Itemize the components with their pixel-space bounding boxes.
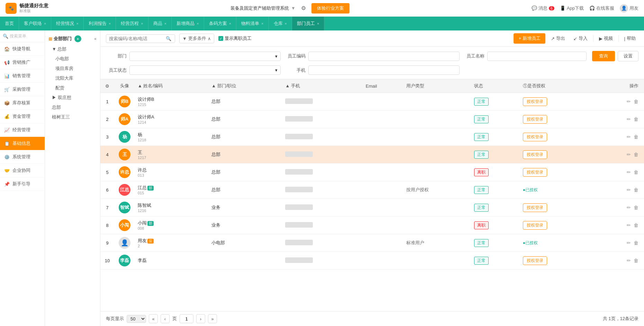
auth-login-btn[interactable]: 授权登录 [523, 168, 547, 177]
close-icon[interactable]: × [141, 21, 143, 26]
export-btn[interactable]: ↗ 导出 [548, 34, 568, 43]
delete-btn[interactable]: 🗑 [632, 116, 640, 123]
tab-new-goods[interactable]: 新增商品 × [172, 17, 204, 30]
dept-col-header[interactable]: ▲ 部门/职位 [209, 79, 282, 93]
close-icon[interactable]: × [197, 21, 199, 26]
delete-btn[interactable]: 🗑 [632, 239, 640, 246]
emp-code-input[interactable] [308, 52, 460, 61]
sidebar-item-basic[interactable]: 📋 基础信息 [0, 137, 45, 150]
tab-history[interactable]: 经营历程 × [116, 17, 148, 30]
delete-btn[interactable]: 🗑 [632, 98, 640, 105]
dept-item-zhishu[interactable]: 植树王三 [45, 112, 100, 122]
dept-item-shenyang[interactable]: 沈阳大库 [45, 73, 100, 83]
phone-input[interactable] [308, 65, 460, 75]
tab-customer[interactable]: 客户联络 × [19, 17, 51, 30]
search-wrapper[interactable]: 🔍 [106, 34, 175, 43]
dept-item-project-room[interactable]: 项目库房 [45, 64, 100, 73]
close-icon[interactable]: × [261, 21, 263, 26]
sidebar-item-sales[interactable]: 📊 销售管理 [0, 69, 45, 83]
auth-login-btn[interactable]: 授权登录 [523, 221, 547, 230]
close-icon[interactable]: × [229, 21, 231, 26]
user-menu[interactable]: 👤 用友 [620, 4, 638, 12]
show-resigned-toggle[interactable]: ✓ 显示离职员工 [218, 35, 252, 42]
add-employee-button[interactable]: + 新增员工 [514, 33, 545, 44]
first-page-btn[interactable]: « [149, 314, 158, 323]
edit-btn[interactable]: ✏ [625, 239, 632, 246]
delete-btn[interactable]: 🗑 [632, 133, 640, 140]
app-download-btn[interactable]: 📱 App下载 [560, 5, 584, 11]
edit-btn[interactable]: ✏ [625, 222, 632, 229]
auth-login-btn[interactable]: 授权登录 [523, 133, 547, 141]
edit-btn[interactable]: ✏ [625, 186, 632, 193]
delete-btn[interactable]: 🗑 [632, 151, 640, 158]
auth-login-btn[interactable]: 授权登录 [523, 97, 547, 106]
prev-page-btn[interactable]: ‹ [161, 314, 170, 323]
tab-home[interactable]: 首页 [0, 17, 19, 30]
close-icon[interactable]: × [76, 21, 78, 26]
dept-item-hq[interactable]: ▼ 总部 [45, 44, 100, 54]
last-page-btn[interactable]: » [208, 314, 217, 323]
sidebar-item-system[interactable]: ⚙️ 系统管理 [0, 150, 45, 164]
close-icon[interactable]: × [44, 21, 46, 26]
close-icon[interactable]: × [285, 21, 287, 26]
status-select[interactable]: ▾ [129, 65, 281, 75]
tab-warehouse[interactable]: 仓库 × [269, 17, 292, 30]
dept-select[interactable]: ▾ [129, 52, 281, 61]
dept-item-hq2[interactable]: 总部 [45, 103, 100, 112]
next-page-btn[interactable]: › [196, 314, 205, 323]
page-input[interactable] [180, 314, 193, 323]
query-button[interactable]: 查询 [592, 51, 615, 61]
import-btn[interactable]: ↙ 导入 [571, 34, 590, 43]
tab-operation[interactable]: 经营情况 × [51, 17, 83, 30]
per-page-select[interactable]: 50 100 200 [127, 315, 146, 323]
sidebar-item-collab[interactable]: 🤝 企业协同 [0, 164, 45, 177]
close-icon[interactable]: × [164, 21, 166, 26]
dept-item-distribution[interactable]: 配货 [45, 83, 100, 93]
emp-name-input[interactable] [487, 52, 587, 61]
settings-col-header[interactable]: ⚙ [100, 79, 114, 93]
sidebar-item-marketing[interactable]: 📢 营销推广 [0, 56, 45, 69]
tab-goods[interactable]: 商品 × [148, 17, 172, 30]
message-btn[interactable]: 💬 消息 6 [532, 5, 554, 11]
search-icon[interactable]: 🔍 [166, 36, 171, 41]
search-input[interactable] [109, 36, 164, 41]
sidebar-item-quicknav[interactable]: 🏠 快捷导航 [0, 42, 45, 56]
help-btn[interactable]: | 帮助 [622, 34, 638, 43]
edit-btn[interactable]: ✏ [625, 133, 632, 140]
delete-btn[interactable]: 🗑 [632, 204, 640, 211]
tab-department[interactable]: 部门员工 × [292, 17, 324, 30]
edit-btn[interactable]: ✏ [625, 116, 632, 123]
auth-login-btn[interactable]: 授权登录 [523, 150, 547, 159]
dept-item-small-elec[interactable]: 小电部 [45, 54, 100, 64]
close-icon[interactable]: × [109, 21, 111, 26]
sidebar-search[interactable]: 🔍 搜索菜单 [0, 30, 45, 42]
name-col-header[interactable]: ▲ 姓名/编码 [135, 79, 209, 93]
more-conditions-btn[interactable]: ▼ 更多条件 ∧ [179, 34, 214, 43]
tab-barcode[interactable]: 条码方案 × [204, 17, 236, 30]
auth-login-btn[interactable]: 授权登录 [523, 203, 547, 212]
auth-login-btn[interactable]: 授权登录 [523, 256, 547, 265]
add-dept-btn[interactable]: + [74, 35, 81, 42]
edit-btn[interactable]: ✏ [625, 151, 632, 158]
dept-item-shuangzhuang[interactable]: ▶ 双庄想 [45, 93, 100, 103]
dropdown-arrow-icon[interactable]: ▼ [291, 6, 296, 11]
collapse-btn[interactable]: « [94, 36, 97, 41]
delete-btn[interactable]: 🗑 [632, 169, 640, 176]
edit-btn[interactable]: ✏ [625, 98, 632, 105]
tab-profit[interactable]: 利润报告 × [84, 17, 116, 30]
online-service-btn[interactable]: 🎧 在线客服 [589, 5, 614, 11]
sidebar-item-purchase[interactable]: 🛒 采购管理 [0, 83, 45, 96]
sidebar-item-finance[interactable]: 💰 资金管理 [0, 110, 45, 123]
close-icon[interactable]: × [317, 21, 319, 26]
gear-icon[interactable]: ⚙ [301, 5, 306, 11]
sidebar-item-guide[interactable]: 📌 新手引导 [0, 177, 45, 191]
view-btn[interactable]: ▶ 视频 [596, 34, 616, 43]
edit-btn[interactable]: ✏ [625, 257, 632, 264]
edit-btn[interactable]: ✏ [625, 169, 632, 176]
delete-btn[interactable]: 🗑 [632, 186, 640, 193]
auth-login-btn[interactable]: 授权登录 [523, 115, 547, 124]
tab-bom[interactable]: 物料清单 × [236, 17, 269, 30]
sidebar-item-inventory[interactable]: 📦 库存核算 [0, 96, 45, 110]
delete-btn[interactable]: 🗑 [632, 222, 640, 229]
phone-col-header[interactable]: ▲ 手机 [282, 79, 363, 93]
